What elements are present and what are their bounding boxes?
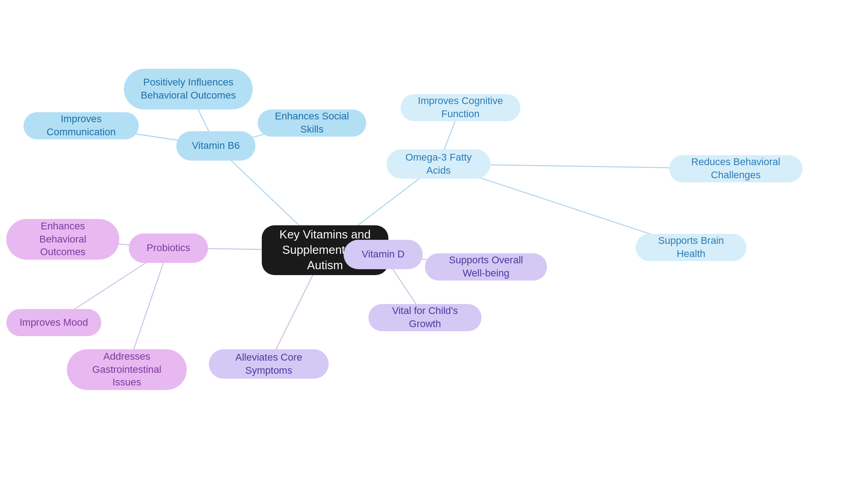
reduces-behavioral-node: Reduces Behavioral Challenges [669, 155, 802, 182]
supports-wellbeing-label: Supports Overall Well-being [438, 254, 534, 280]
improves-communication-node: Improves Communication [24, 112, 139, 139]
vital-growth-node: Vital for Child's Growth [368, 304, 481, 331]
supports-brain-health-label: Supports Brain Health [648, 234, 734, 260]
vitaminb6-label: Vitamin B6 [192, 139, 240, 152]
improves-communication-label: Improves Communication [36, 113, 126, 138]
enhances-social-skills-label: Enhances Social Skills [270, 110, 354, 136]
supports-wellbeing-node: Supports Overall Well-being [425, 253, 547, 281]
alleviates-core-label: Alleviates Core Symptoms [222, 351, 316, 377]
probiotics-label: Probiotics [146, 242, 190, 255]
vitamind-label: Vitamin D [362, 248, 405, 261]
supports-brain-health-node: Supports Brain Health [636, 234, 746, 261]
vitaminb6-node: Vitamin B6 [176, 131, 255, 161]
positively-influences-node: Positively Influences Behavioral Outcome… [124, 69, 253, 109]
omega3-label: Omega-3 Fatty Acids [399, 151, 478, 177]
probiotics-node: Probiotics [129, 233, 208, 263]
addresses-gastro-node: Addresses Gastrointestinal Issues [67, 349, 187, 390]
improves-cognitive-label: Improves Cognitive Function [413, 95, 508, 120]
addresses-gastro-label: Addresses Gastrointestinal Issues [80, 350, 174, 389]
enhances-behavioral-node: Enhances Behavioral Outcomes [6, 219, 119, 260]
improves-cognitive-node: Improves Cognitive Function [401, 94, 520, 121]
vital-growth-label: Vital for Child's Growth [381, 304, 469, 330]
positively-influences-label: Positively Influences Behavioral Outcome… [137, 76, 240, 102]
enhances-social-skills-node: Enhances Social Skills [258, 109, 366, 137]
enhances-behavioral-label: Enhances Behavioral Outcomes [19, 220, 107, 259]
alleviates-core-node: Alleviates Core Symptoms [209, 349, 329, 379]
reduces-behavioral-label: Reduces Behavioral Challenges [682, 156, 790, 181]
vitamind-node: Vitamin D [344, 240, 423, 269]
improves-mood-node: Improves Mood [6, 309, 101, 336]
omega3-node: Omega-3 Fatty Acids [387, 149, 491, 179]
improves-mood-label: Improves Mood [19, 316, 88, 329]
